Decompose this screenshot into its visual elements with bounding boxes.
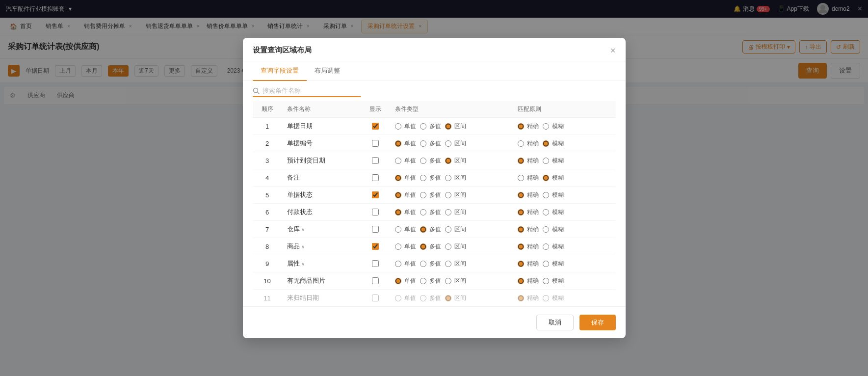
multi-radio[interactable] (420, 209, 426, 215)
fuzzy-radio[interactable] (543, 295, 549, 301)
exact-radio[interactable] (518, 175, 524, 181)
single-radio-label[interactable]: 单值 (395, 242, 416, 251)
range-radio[interactable] (445, 295, 451, 301)
range-radio-label[interactable]: 区间 (445, 225, 466, 234)
multi-radio[interactable] (420, 295, 426, 301)
multi-radio-label[interactable]: 多值 (420, 139, 441, 148)
fuzzy-radio[interactable] (543, 192, 549, 198)
fuzzy-radio[interactable] (543, 175, 549, 181)
range-radio-label[interactable]: 区间 (445, 191, 466, 199)
single-radio-label[interactable]: 单值 (395, 174, 416, 182)
fuzzy-radio[interactable] (543, 209, 549, 215)
display-checkbox[interactable] (372, 295, 379, 301)
single-radio-label[interactable]: 单值 (395, 157, 416, 165)
range-radio-label[interactable]: 区间 (445, 242, 466, 251)
exact-radio-label[interactable]: 精确 (518, 225, 539, 234)
exact-radio[interactable] (518, 192, 524, 198)
fuzzy-radio[interactable] (543, 226, 549, 233)
fuzzy-radio[interactable] (543, 140, 549, 147)
multi-radio-label[interactable]: 多值 (420, 174, 441, 182)
exact-radio[interactable] (518, 123, 524, 130)
range-radio-label[interactable]: 区间 (445, 157, 466, 165)
range-radio-label[interactable]: 区间 (445, 208, 466, 216)
cancel-button[interactable]: 取消 (536, 315, 574, 330)
range-radio[interactable] (445, 243, 451, 250)
display-checkbox[interactable] (372, 174, 379, 181)
single-radio-label[interactable]: 单值 (395, 294, 416, 302)
range-radio[interactable] (445, 261, 451, 267)
multi-radio[interactable] (420, 278, 426, 284)
multi-radio-label[interactable]: 多值 (420, 157, 441, 165)
multi-radio[interactable] (420, 192, 426, 198)
exact-radio-label[interactable]: 精确 (518, 191, 539, 199)
multi-radio[interactable] (420, 140, 426, 147)
exact-radio[interactable] (518, 261, 524, 267)
range-radio[interactable] (445, 123, 451, 130)
display-checkbox[interactable] (372, 140, 379, 147)
single-radio-label[interactable]: 单值 (395, 277, 416, 285)
exact-radio-label[interactable]: 精确 (518, 157, 539, 165)
fuzzy-radio[interactable] (543, 123, 549, 130)
single-radio-label[interactable]: 单值 (395, 208, 416, 216)
fuzzy-radio-label[interactable]: 模糊 (543, 122, 564, 131)
dialog-close-button[interactable]: × (610, 46, 616, 55)
range-radio-label[interactable]: 区间 (445, 174, 466, 182)
fuzzy-radio-label[interactable]: 模糊 (543, 294, 564, 302)
fuzzy-radio-label[interactable]: 模糊 (543, 191, 564, 199)
single-radio[interactable] (395, 295, 401, 301)
range-radio-label[interactable]: 区间 (445, 277, 466, 285)
single-radio[interactable] (395, 140, 401, 147)
exact-radio-label[interactable]: 精确 (518, 139, 539, 148)
range-radio[interactable] (445, 226, 451, 233)
fuzzy-radio[interactable] (543, 278, 549, 284)
single-radio[interactable] (395, 123, 401, 130)
range-radio-label[interactable]: 区间 (445, 139, 466, 148)
fuzzy-radio-label[interactable]: 模糊 (543, 139, 564, 148)
multi-radio-label[interactable]: 多值 (420, 242, 441, 251)
single-radio[interactable] (395, 175, 401, 181)
dialog-tab-layout[interactable]: 布局调整 (307, 61, 348, 81)
multi-radio-label[interactable]: 多值 (420, 277, 441, 285)
exact-radio[interactable] (518, 158, 524, 164)
display-checkbox[interactable] (372, 226, 379, 233)
fuzzy-radio-label[interactable]: 模糊 (543, 157, 564, 165)
fuzzy-radio[interactable] (543, 243, 549, 250)
single-radio[interactable] (395, 226, 401, 233)
range-radio[interactable] (445, 175, 451, 181)
single-radio-label[interactable]: 单值 (395, 225, 416, 234)
multi-radio-label[interactable]: 多值 (420, 208, 441, 216)
fuzzy-radio[interactable] (543, 158, 549, 164)
fuzzy-radio[interactable] (543, 261, 549, 267)
exact-radio-label[interactable]: 精确 (518, 208, 539, 216)
exact-radio-label[interactable]: 精确 (518, 242, 539, 251)
display-checkbox[interactable] (372, 209, 379, 215)
multi-radio-label[interactable]: 多值 (420, 225, 441, 234)
range-radio[interactable] (445, 158, 451, 164)
fuzzy-radio-label[interactable]: 模糊 (543, 242, 564, 251)
display-checkbox[interactable] (372, 243, 379, 250)
exact-radio-label[interactable]: 精确 (518, 294, 539, 302)
single-radio[interactable] (395, 243, 401, 250)
range-radio[interactable] (445, 278, 451, 284)
multi-radio[interactable] (420, 175, 426, 181)
dialog-tab-fields[interactable]: 查询字段设置 (253, 61, 307, 81)
fuzzy-radio-label[interactable]: 模糊 (543, 225, 564, 234)
range-radio-label[interactable]: 区间 (445, 294, 466, 302)
multi-radio-label[interactable]: 多值 (420, 294, 441, 302)
single-radio[interactable] (395, 261, 401, 267)
exact-radio[interactable] (518, 243, 524, 250)
single-radio-label[interactable]: 单值 (395, 191, 416, 199)
search-input[interactable] (263, 87, 361, 94)
multi-radio[interactable] (420, 123, 426, 130)
exact-radio[interactable] (518, 209, 524, 215)
fuzzy-radio-label[interactable]: 模糊 (543, 260, 564, 268)
exact-radio-label[interactable]: 精确 (518, 277, 539, 285)
fuzzy-radio-label[interactable]: 模糊 (543, 277, 564, 285)
single-radio[interactable] (395, 278, 401, 284)
range-radio[interactable] (445, 140, 451, 147)
display-checkbox[interactable] (372, 157, 379, 164)
exact-radio[interactable] (518, 278, 524, 284)
single-radio[interactable] (395, 192, 401, 198)
single-radio[interactable] (395, 209, 401, 215)
multi-radio-label[interactable]: 多值 (420, 122, 441, 131)
